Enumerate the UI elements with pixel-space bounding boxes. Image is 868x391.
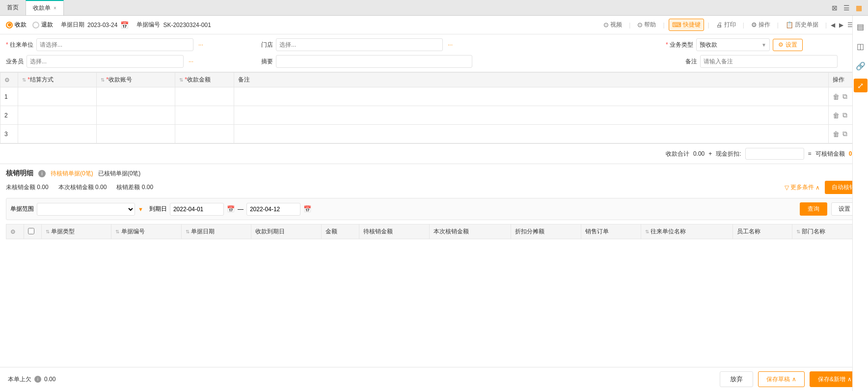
salesperson-input[interactable] — [27, 55, 184, 68]
pending-tab[interactable]: 待核销单据(0笔) — [51, 169, 93, 178]
unchecked-label: 未核销金额 — [6, 184, 35, 191]
form-area: 往来单位 ··· 门店 ··· 业务类型 预收款 ▼ ⚙ 设置 — [0, 34, 868, 72]
completed-tab[interactable]: 已核销单据(0笔) — [98, 169, 141, 178]
tab-orange-grid-icon[interactable]: ▦ — [854, 3, 864, 13]
row-2-settle[interactable] — [18, 106, 97, 125]
verification-info-icon[interactable]: i — [38, 170, 46, 177]
radio-receive[interactable]: 收款 — [6, 21, 27, 29]
query-button[interactable]: 查询 — [800, 202, 827, 216]
date-to-icon[interactable]: 📅 — [303, 205, 311, 213]
table-settings-icon[interactable]: ⚙ — [4, 77, 10, 84]
row-2-account[interactable] — [97, 106, 175, 125]
toolbar-operations[interactable]: ⚙ 操作 — [748, 19, 773, 30]
toolbar-date-field: 单据日期 2023-03-24 📅 — [61, 21, 129, 29]
toolbar-print[interactable]: 🖨 打印 — [713, 19, 739, 30]
row-1-settle[interactable] — [18, 87, 97, 106]
help-label: 帮助 — [644, 21, 656, 29]
filter-icon: ▽ — [785, 184, 789, 191]
right-sidebar: ▤ ◫ 🔗 ⤢ — [852, 16, 868, 391]
business-type-select[interactable]: 预收款 ▼ — [696, 38, 770, 51]
sidebar-table-icon[interactable]: ▤ — [854, 20, 868, 33]
row-1-amount[interactable] — [175, 87, 234, 106]
receipt-table-wrap: ⚙ ⇅ *结算方式 ⇅ *收款账号 ⇅ *收款金额 备注 — [0, 72, 868, 144]
print-icon: 🖨 — [716, 21, 723, 28]
tab-maximize-icon[interactable]: ⊠ — [830, 3, 840, 13]
filter-right: ▽ 更多条件 ∧ 自动核销 — [785, 181, 862, 194]
row-3-account[interactable] — [97, 125, 175, 143]
toolbar-shortcut[interactable]: ⌨ 快捷键 — [669, 19, 704, 31]
abandon-button[interactable]: 放弃 — [720, 371, 753, 387]
range-chevron[interactable]: ▼ — [138, 206, 143, 212]
range-label: 单据范围 — [10, 205, 34, 213]
tab-home[interactable]: 首页 — [0, 0, 26, 15]
date-to-input[interactable] — [246, 203, 300, 216]
radio-receive-dot — [8, 23, 11, 27]
data-table-settings-icon[interactable]: ⚙ — [10, 228, 16, 235]
row-1-copy-icon[interactable]: ⧉ — [842, 92, 847, 101]
tab-grid-icon[interactable]: ☰ — [841, 3, 852, 13]
business-type-field-group: 业务类型 预收款 ▼ ⚙ 设置 — [666, 38, 862, 51]
amount-header: ⇅ *收款金额 — [175, 73, 234, 87]
verification-section: 核销明细 i 待核销单据(0笔) 已核销单据(0笔) 未核销金额 0.00 本次… — [0, 164, 868, 367]
summary-input[interactable] — [276, 55, 472, 68]
account-no-sort[interactable]: ⇅ — [101, 77, 105, 83]
date-from-input[interactable] — [170, 203, 224, 216]
toolbar-number-field: 单据编号 SK-20230324-001 — [136, 21, 211, 29]
row-2-copy-icon[interactable]: ⧉ — [842, 111, 847, 119]
toolbar-help[interactable]: ⊙ 帮助 — [634, 19, 659, 30]
tab-close-icon[interactable]: × — [54, 5, 56, 11]
sidebar-link-icon[interactable]: 🔗 — [854, 59, 868, 73]
equals-sign: = — [808, 150, 812, 157]
total-label: 收款合计 — [666, 150, 689, 158]
row-2-amount[interactable] — [175, 106, 234, 125]
partner-more-icon[interactable]: ··· — [198, 41, 203, 48]
settle-method-sort[interactable]: ⇅ — [22, 77, 26, 83]
row-3-copy-icon[interactable]: ⧉ — [842, 130, 847, 138]
row-1-account[interactable] — [97, 87, 175, 106]
col-doc-date: ⇅ 单据日期 — [181, 224, 251, 239]
date-from-icon[interactable]: 📅 — [227, 205, 235, 213]
save-draft-button[interactable]: 保存草稿 ∧ — [758, 371, 805, 387]
row-3-amount[interactable] — [175, 125, 234, 143]
toolbar-video[interactable]: ⊙ 视频 — [600, 19, 625, 30]
data-table-wrap: ⚙ ⇅ 单据类型 ⇅ 单据编号 — [6, 224, 862, 367]
nav-next-icon[interactable]: ▶ — [839, 22, 843, 28]
row-3-settle[interactable] — [18, 125, 97, 143]
date-icon[interactable]: 📅 — [120, 21, 129, 29]
partner-input[interactable] — [36, 38, 193, 51]
row-3-note[interactable] — [234, 125, 829, 143]
row-2-note[interactable] — [234, 106, 829, 125]
sidebar-expand-icon[interactable]: ⤢ — [854, 79, 868, 92]
settings-button[interactable]: ⚙ 设置 — [773, 39, 803, 51]
table-row: 1 🗑 ⧉ — [0, 87, 868, 106]
select-all-checkbox[interactable] — [28, 228, 34, 234]
nav-prev-icon[interactable]: ◀ — [831, 22, 835, 28]
store-more-icon[interactable]: ··· — [448, 41, 453, 48]
footer: 本单上欠 i 0.00 放弃 保存草稿 ∧ 保存&新增 ∧ — [0, 367, 868, 391]
toolbar: 收款 退款 单据日期 2023-03-24 📅 单据编号 SK-20230324… — [0, 16, 868, 34]
section-title: 核销明细 — [6, 169, 33, 178]
sidebar-doc-icon[interactable]: ◫ — [854, 39, 868, 53]
col-partner: ⇅ 往来单位名称 — [641, 224, 732, 239]
business-type-label: 业务类型 — [666, 41, 693, 49]
toolbar-history[interactable]: 📋 历史单据 — [783, 19, 821, 30]
row-2-delete-icon[interactable]: 🗑 — [833, 112, 840, 119]
diff-value: 0.00 — [142, 184, 153, 191]
more-conditions-btn[interactable]: ▽ 更多条件 ∧ — [785, 183, 820, 192]
row-1-note[interactable] — [234, 87, 829, 106]
salesperson-more-icon[interactable]: ··· — [189, 58, 193, 65]
footer-info-icon[interactable]: i — [34, 376, 41, 383]
shortcut-label: 快捷键 — [683, 21, 701, 29]
receipt-table-header: ⚙ ⇅ *结算方式 ⇅ *收款账号 ⇅ *收款金额 备注 — [0, 73, 868, 87]
note-input[interactable] — [700, 55, 838, 68]
radio-refund[interactable]: 退款 — [32, 21, 53, 29]
range-select[interactable] — [37, 203, 135, 216]
amount-sort[interactable]: ⇅ — [179, 77, 183, 83]
row-3-delete-icon[interactable]: 🗑 — [833, 130, 840, 138]
print-label: 打印 — [724, 21, 736, 29]
discount-input[interactable] — [745, 148, 804, 160]
data-checkbox-header — [24, 224, 42, 239]
tab-receipt[interactable]: 收款单 × — [26, 0, 64, 15]
store-input[interactable] — [276, 38, 443, 51]
row-1-delete-icon[interactable]: 🗑 — [833, 93, 840, 101]
